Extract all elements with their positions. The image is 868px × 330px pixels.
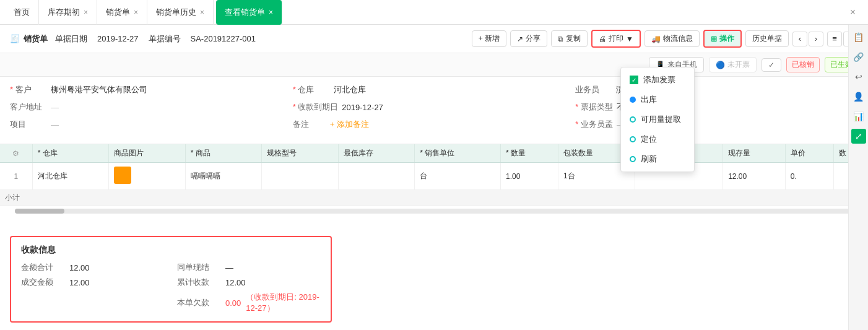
check-icon-1: ✓ xyxy=(768,61,775,69)
share-button[interactable]: ↗ 分享 xyxy=(510,30,547,47)
remark-label: 备注 xyxy=(293,119,330,130)
project-label: 项目 xyxy=(10,119,47,130)
col-stock: 现存量 xyxy=(723,144,786,163)
radio-refresh-icon xyxy=(630,156,636,162)
col-settings: ⚙ xyxy=(0,144,32,163)
summary-panel: 收款信息 金额合计 12.00 同单现结 — 成交金额 12.00 累计收款 1… xyxy=(10,236,332,323)
next-button[interactable]: › xyxy=(809,32,823,46)
row-qty: 1.00 xyxy=(500,163,558,190)
row-min-stock xyxy=(338,163,415,190)
tab-home[interactable]: 首页 xyxy=(5,0,39,25)
doc-date-label: 单据日期 xyxy=(55,33,87,45)
project-value: — xyxy=(51,120,59,129)
locate-label: 定位 xyxy=(641,134,657,145)
logistics-icon: 🚚 xyxy=(651,35,661,43)
sold-badge: 已核销 xyxy=(786,57,820,72)
doc-date-value: 2019-12-27 xyxy=(97,34,139,43)
operation-button[interactable]: ⊞ 操作 xyxy=(703,30,742,48)
not-open-ticket-button[interactable]: 🔵 未开票 xyxy=(709,57,757,72)
collected-label: 累计收款 xyxy=(177,277,220,288)
nav-arrows: ‹ › xyxy=(792,32,823,46)
customer-value: 柳州粤港平安气体有限公司 xyxy=(51,84,147,95)
share-icon: ↗ xyxy=(517,35,523,43)
dropdown-locate[interactable]: 定位 xyxy=(621,129,694,149)
sidebar-icon-5[interactable]: 📊 xyxy=(851,109,866,124)
project-field: 项目 — xyxy=(10,119,293,130)
address-value: — xyxy=(51,103,59,112)
tab-bar: 首页 库存期初 × 销货单 × 销货单历史 × 查看销货单 × × xyxy=(0,0,868,25)
dropdown-refresh[interactable]: 刷新 xyxy=(621,149,694,169)
list-view-button[interactable]: ≡ xyxy=(827,32,842,46)
col-min-stock: 最低库存 xyxy=(338,144,415,163)
copy-button[interactable]: ⧉ 复制 xyxy=(551,30,588,47)
row-spec xyxy=(262,163,339,190)
copy-icon: ⧉ xyxy=(558,35,563,43)
tab-close-sales[interactable]: × xyxy=(134,8,138,17)
doc-no-label: 单据编号 xyxy=(149,33,181,45)
summary-row-deal: 成交金额 12.00 xyxy=(21,277,165,288)
doc-no-value: SA-20191227-001 xyxy=(191,34,256,43)
print-dropdown-icon: ▼ xyxy=(626,35,633,43)
tab-close-history[interactable]: × xyxy=(200,8,204,17)
horizontal-scrollbar[interactable] xyxy=(15,209,853,214)
tab-close-inventory[interactable]: × xyxy=(84,8,88,17)
sidebar-icon-expand[interactable]: ⤢ xyxy=(851,129,866,144)
row-no: 1 xyxy=(0,163,32,190)
due-date-value: 2019-12-27 xyxy=(342,103,383,112)
dropdown-add-invoice[interactable]: ✓ 添加发票 xyxy=(621,70,694,90)
doc-header: 🧾 销货单 单据日期 2019-12-27 单据编号 SA-20191227-0… xyxy=(0,25,868,53)
address-label: 客户地址 xyxy=(10,102,47,113)
summary-row-collected: 累计收款 12.00 xyxy=(177,277,321,288)
col-price: 单价 xyxy=(785,144,833,163)
owed-label: 本单欠款 xyxy=(177,297,220,308)
due-date-field: 收款到期日 2019-12-27 xyxy=(293,102,576,113)
form-row-2: 客户地址 — 收款到期日 2019-12-27 票据类型 不开票 xyxy=(10,102,858,113)
remark-field: 备注 + 添加备注 xyxy=(293,119,576,130)
total-label: 金额合计 xyxy=(21,262,64,273)
scrollbar-thumb[interactable] xyxy=(15,209,64,214)
sidebar-icon-4[interactable]: 👤 xyxy=(851,89,866,104)
settlement-value: — xyxy=(225,263,233,272)
main-area: 🧾 销货单 单据日期 2019-12-27 单据编号 SA-20191227-0… xyxy=(0,25,868,330)
dropdown-avail-extract[interactable]: 可用量提取 xyxy=(621,110,694,129)
col-product-img: 商品图片 xyxy=(109,144,186,163)
tab-inventory-init[interactable]: 库存期初 × xyxy=(39,0,97,25)
col-warehouse: * 仓库 xyxy=(32,144,109,163)
col-unit: * 销售单位 xyxy=(415,144,501,163)
sidebar-icon-2[interactable]: 🔗 xyxy=(851,50,866,64)
summary-row-owed: 本单欠款 0.00 （收款到期日: 2019-12-27） xyxy=(177,292,321,314)
summary-row-total: 金额合计 12.00 xyxy=(21,262,165,273)
doc-type-label: 销货单 xyxy=(24,33,48,45)
tab-close-view[interactable]: × xyxy=(269,8,273,17)
staff2-label: 业务员孟 xyxy=(575,119,613,130)
ticket-icon: 🔵 xyxy=(716,61,725,69)
tab-view-sales[interactable]: 查看销货单 × xyxy=(216,0,282,25)
window-close-button[interactable]: × xyxy=(843,7,863,18)
doc-title: 🧾 销货单 xyxy=(10,33,48,45)
history-button[interactable]: 历史单据 xyxy=(745,30,789,47)
table-row: 1 河北仓库 嗝嗝嗝嗝 台 1.00 1台 12.00 0. xyxy=(0,163,868,190)
radio-outbound-icon xyxy=(630,97,636,103)
doc-type-icon: 🧾 xyxy=(10,34,20,43)
logistics-button[interactable]: 🚚 物流信息 xyxy=(644,30,700,47)
items-table: ⚙ * 仓库 商品图片 * 商品 规格型号 最低库存 * 销售单位 * 数量 包… xyxy=(0,144,868,206)
tab-sales-history[interactable]: 销货单历史 × xyxy=(147,0,214,25)
prev-button[interactable]: ‹ xyxy=(792,32,807,46)
form-area: 客户 柳州粤港平安气体有限公司 仓库 河北仓库 业务员 演示账号 客户地址 — xyxy=(0,77,868,144)
ticket-field: 票据类型 不开票 xyxy=(575,102,858,113)
print-button[interactable]: 🖨 打印 ▼ xyxy=(591,30,641,48)
dropdown-outbound[interactable]: 出库 xyxy=(621,90,694,110)
add-remark-button[interactable]: + 添加备注 xyxy=(330,119,369,130)
doc-actions: + 新增 ↗ 分享 ⧉ 复制 🖨 打印 ▼ 🚚 物流信息 xyxy=(472,30,858,48)
summary-row-empty xyxy=(21,292,165,314)
summary-grid: 金额合计 12.00 同单现结 — 成交金额 12.00 累计收款 12.00 xyxy=(21,262,321,314)
sidebar-icon-3[interactable]: ↩ xyxy=(851,69,866,84)
tab-sales-order[interactable]: 销货单 × xyxy=(97,0,147,25)
outbound-label: 出库 xyxy=(641,94,657,105)
settlement-label: 同单现结 xyxy=(177,262,220,273)
summary-row-settlement: 同单现结 — xyxy=(177,262,321,273)
new-button[interactable]: + 新增 xyxy=(472,30,506,47)
check-button-1[interactable]: ✓ xyxy=(762,58,781,72)
sidebar-icon-1[interactable]: 📋 xyxy=(851,30,866,45)
staff-label: 业务员 xyxy=(575,84,612,95)
